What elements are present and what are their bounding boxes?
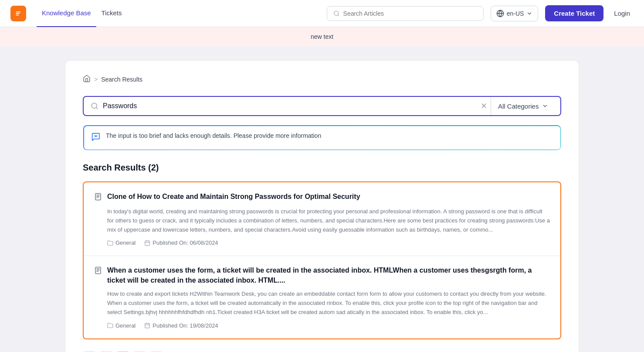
svg-point-7 — [95, 136, 96, 137]
calendar-icon-1 — [144, 240, 150, 246]
language-selector[interactable]: en-US — [491, 6, 539, 21]
dropdown-chevron-icon — [542, 103, 548, 109]
result-excerpt-1: In today's digital world, creating and m… — [107, 207, 550, 234]
breadcrumb-separator: > — [94, 76, 98, 83]
nav-knowledge-base[interactable]: Knowledge Base — [37, 0, 96, 27]
svg-rect-20 — [145, 323, 150, 328]
breadcrumb: > Search Results — [83, 75, 561, 84]
result-date-1: Published On: 06/08/2024 — [144, 239, 218, 246]
nav: Knowledge Base Tickets — [37, 0, 127, 27]
info-message-text: The input is too brief and lacks enough … — [106, 131, 321, 140]
result-excerpt-2: How to create and export tickets H2Withi… — [107, 290, 550, 317]
result-title-2: When a customer uses the form, a ticket … — [107, 266, 550, 285]
svg-rect-12 — [145, 241, 150, 246]
main-search-box[interactable]: ✕ All Categories — [83, 96, 561, 116]
category-label: All Categories — [498, 103, 539, 110]
header-search-bar[interactable] — [327, 6, 484, 21]
banner-text: new text — [311, 33, 333, 40]
search-icon — [333, 10, 340, 17]
logo-icon — [10, 6, 26, 21]
result-title-1: Clone of How to Create and Maintain Stro… — [107, 192, 360, 202]
info-bot-icon — [91, 132, 101, 144]
result-date-2: Published On: 19/08/2024 — [144, 322, 218, 329]
create-ticket-button[interactable]: Create Ticket — [545, 5, 603, 21]
results-list: Clone of How to Create and Maintain Stro… — [83, 181, 561, 339]
article-icon-2 — [94, 267, 102, 277]
result-item-2[interactable]: When a customer uses the form, a ticket … — [84, 256, 560, 338]
breadcrumb-current: Search Results — [101, 76, 142, 83]
header-search-input[interactable] — [343, 10, 477, 17]
svg-line-6 — [96, 107, 97, 109]
results-heading: Search Results (2) — [83, 163, 561, 173]
folder-icon-2 — [107, 322, 113, 328]
chevron-down-icon — [526, 10, 532, 17]
main-content: > Search Results ✕ All Categories The — [65, 60, 579, 352]
result-item-1[interactable]: Clone of How to Create and Maintain Stro… — [84, 182, 560, 256]
login-button[interactable]: Login — [610, 10, 634, 17]
globe-icon — [496, 10, 504, 17]
result-meta-2: General Published On: 19/08/2024 — [107, 322, 550, 329]
main-search-input[interactable] — [103, 102, 470, 110]
result-meta-1: General Published On: 06/08/2024 — [107, 239, 550, 246]
svg-line-2 — [338, 14, 339, 16]
lang-label: en-US — [507, 10, 524, 17]
result-category-2: General — [107, 322, 136, 329]
announcement-banner: new text — [0, 27, 644, 46]
search-icon-main — [91, 102, 98, 110]
article-icon-1 — [94, 193, 102, 203]
home-icon[interactable] — [83, 75, 91, 84]
folder-icon-1 — [107, 240, 113, 246]
info-message-box: The input is too brief and lacks enough … — [83, 125, 561, 150]
calendar-icon-2 — [144, 322, 150, 328]
clear-search-icon[interactable]: ✕ — [477, 101, 491, 111]
result-category-1: General — [107, 239, 136, 246]
category-dropdown[interactable]: All Categories — [491, 97, 560, 115]
header: Knowledge Base Tickets en-US Create Tick… — [0, 0, 644, 27]
nav-tickets[interactable]: Tickets — [96, 0, 127, 27]
